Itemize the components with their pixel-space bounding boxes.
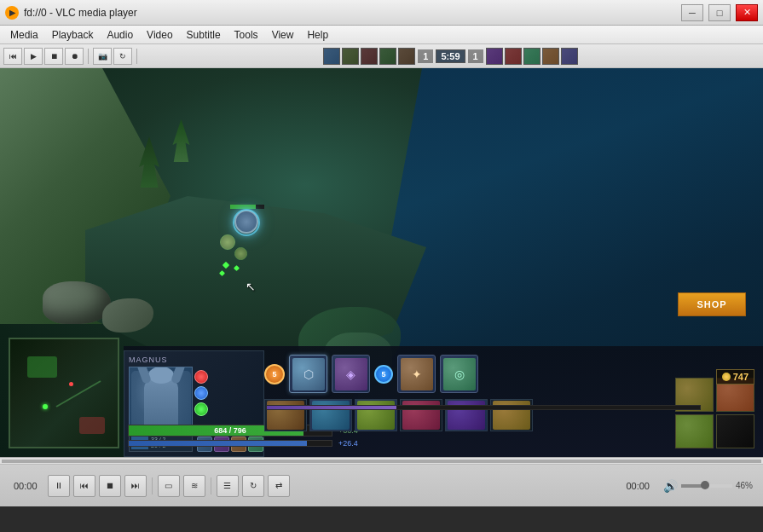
close-button[interactable]: ✕ [736, 4, 758, 21]
score-area: 1 5:59 1 [142, 48, 760, 65]
hero-score-icon-2 [342, 48, 359, 65]
hero-score-icon-1 [323, 48, 340, 65]
gold-display: 747 [716, 369, 754, 385]
loop-button[interactable]: ↻ [242, 475, 264, 497]
minimap-base-radiant [27, 356, 57, 378]
hero-score-icon-6 [486, 48, 503, 65]
timer-display: 5:59 [436, 49, 465, 63]
hero-health-bar-small [230, 205, 264, 209]
menu-media[interactable]: Media [3, 26, 45, 43]
minimize-button[interactable]: ─ [681, 4, 703, 21]
random-button[interactable]: ⇄ [268, 475, 290, 497]
volume-slider[interactable] [681, 484, 732, 488]
minimap[interactable] [9, 338, 119, 448]
random-icon: ⇄ [275, 481, 282, 490]
hero-score-icon-10 [561, 48, 578, 65]
hero-score-icon-9 [542, 48, 559, 65]
item-slot-4[interactable] [400, 399, 442, 431]
tb-stop-button[interactable]: ⏹ [44, 48, 63, 65]
items-row [264, 399, 533, 431]
ctrl-separator-2 [211, 477, 211, 494]
maximize-button[interactable]: □ [708, 4, 731, 21]
menu-subtitle[interactable]: Subtitle [180, 26, 228, 43]
volume-percent-label: 46% [736, 481, 753, 490]
level-badge: 5 [264, 364, 285, 385]
hero-avatar-circle [234, 210, 258, 234]
skip-back-icon: ⏮ [80, 481, 89, 490]
skill-2[interactable]: ◈ [332, 355, 370, 393]
frame-by-frame-button[interactable]: ▭ [158, 475, 180, 497]
strength-icon [194, 370, 208, 384]
playlist-icon: ☰ [223, 481, 231, 490]
skills-row: 5 ⬡ ◈ 5 ✦ ◎ [264, 355, 478, 393]
item-slot-2[interactable] [309, 399, 352, 431]
xp-bar [266, 405, 701, 410]
loop-icon: ↻ [250, 481, 257, 490]
minimap-hero-dot [43, 404, 48, 409]
volume-thumb[interactable] [701, 481, 709, 489]
menu-view[interactable]: View [265, 26, 301, 43]
hero-score-icon-4 [379, 48, 396, 65]
item-slot-1[interactable] [264, 399, 307, 431]
stop-icon: ⏹ [106, 481, 114, 490]
menu-playback[interactable]: Playback [45, 26, 101, 43]
toolbar-separator-1 [88, 49, 89, 64]
skip-forward-icon: ⏭ [131, 481, 140, 490]
time-elapsed: 00:00 [7, 481, 44, 491]
tb-loop-button[interactable]: ↻ [113, 48, 132, 65]
playlist-button[interactable]: ☰ [217, 475, 239, 497]
toolbar-separator-2 [136, 49, 137, 64]
menu-help[interactable]: Help [300, 26, 335, 43]
menu-video[interactable]: Video [140, 26, 179, 43]
xp-fill [267, 406, 396, 409]
score-1: 1 [418, 49, 433, 63]
gold-amount: 747 [733, 372, 749, 382]
hero-score-icon-7 [505, 48, 522, 65]
mp-bar-row: +26.4 [128, 439, 367, 448]
skip-forward-button[interactable]: ⏭ [124, 475, 147, 497]
tb-prev-button[interactable]: ⏮ [3, 48, 22, 65]
menu-audio[interactable]: Audio [100, 26, 140, 43]
tb-record-button[interactable]: ⏺ [65, 48, 84, 65]
app-icon: ▶ [5, 6, 19, 20]
window-title: fd://0 - VLC media player [24, 7, 676, 19]
video-area[interactable]: ↖ MAGNUS [0, 68, 763, 457]
skill-3[interactable]: ✦ [397, 355, 436, 393]
r-item-img-2 [676, 415, 713, 448]
progress-bar-area[interactable] [0, 458, 763, 465]
volume-icon[interactable]: 🔊 [663, 479, 678, 493]
skill-1[interactable]: ⬡ [289, 355, 327, 393]
mana-bar [128, 440, 332, 447]
hero-score-icon-3 [361, 48, 378, 65]
skip-back-button[interactable]: ⏮ [73, 475, 95, 497]
control-buttons: 00:00 ⏸ ⏮ ⏹ ⏭ ▭ ≋ ☰ ↻ ⇄ 00:00 🔊 46% [0, 465, 763, 506]
agility-icon [194, 402, 208, 416]
item-slot-6[interactable] [490, 399, 533, 431]
progress-track[interactable] [2, 460, 761, 463]
controls-area: 00:00 ⏸ ⏮ ⏹ ⏭ ▭ ≋ ☰ ↻ ⇄ 00:00 🔊 46% [0, 457, 763, 506]
extended-settings-button[interactable]: ≋ [183, 475, 205, 497]
right-item-col-2 [716, 378, 754, 448]
hero-stats-icons [194, 370, 208, 416]
hero-health-fill-small [230, 205, 256, 209]
skill-4[interactable]: ◎ [440, 355, 478, 393]
stop-button[interactable]: ⏹ [99, 475, 121, 497]
tb-snap-button[interactable]: 📷 [93, 48, 112, 65]
title-bar: ▶ fd://0 - VLC media player ─ □ ✕ [0, 0, 763, 26]
score-2: 1 [468, 49, 483, 63]
right-items [675, 378, 754, 448]
pause-button[interactable]: ⏸ [48, 475, 70, 497]
tb-play-button[interactable]: ▶ [24, 48, 43, 65]
rock-1 [43, 281, 111, 324]
item-slot-5[interactable] [445, 399, 488, 431]
unit-1 [220, 234, 235, 250]
r-item-2[interactable] [675, 414, 714, 448]
item-slot-3[interactable] [355, 399, 397, 431]
settings-icon: ≋ [191, 481, 198, 490]
menu-bar: Media Playback Audio Video Subtitle Tool… [0, 26, 763, 44]
volume-area: 🔊 46% [660, 479, 756, 493]
shop-button[interactable]: SHOP [678, 292, 746, 316]
menu-tools[interactable]: Tools [228, 26, 265, 43]
r-item-4[interactable] [716, 414, 754, 448]
gold-icon [722, 373, 731, 381]
